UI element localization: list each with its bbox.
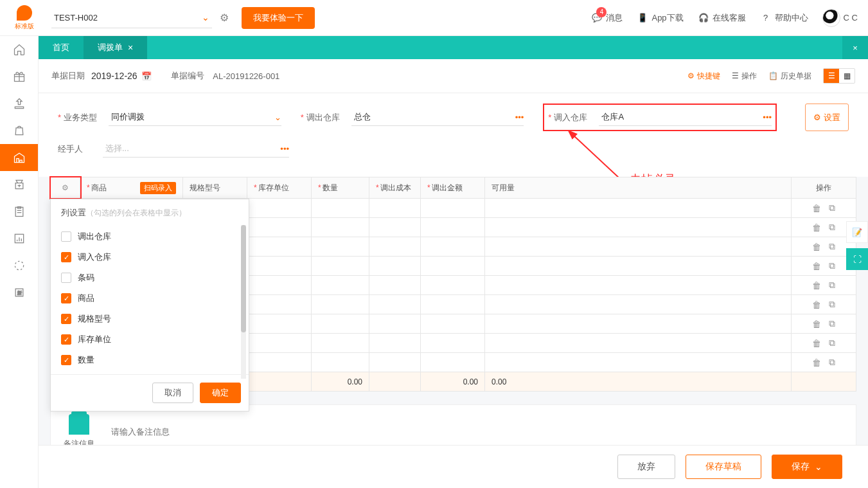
doc-number: AL-20191226-001 <box>213 71 279 81</box>
tab-transfer[interactable]: 调拨单 × <box>84 36 147 59</box>
popup-title: 列设置（勾选的列会在表格中显示） <box>51 199 249 226</box>
calendar-icon[interactable]: 📅 <box>141 71 152 81</box>
delete-icon[interactable]: 🗑 <box>812 300 821 310</box>
svg-point-3 <box>15 261 23 269</box>
sidebar-bag[interactable] <box>0 117 38 144</box>
copy-icon[interactable]: ⧉ <box>829 280 835 291</box>
scan-badge[interactable]: 扫码录入 <box>140 182 176 194</box>
sidebar-home[interactable] <box>0 36 38 63</box>
total-amount: 0.00 <box>421 372 485 391</box>
sidebar-sync[interactable] <box>0 252 38 279</box>
top-right-links: 💬 4 消息 📱 App下载 🎧 在线客服 ? 帮助中心 C C <box>591 9 858 27</box>
copy-icon[interactable]: ⧉ <box>829 203 835 213</box>
note-float-icon[interactable]: 📝 <box>846 221 868 243</box>
total-qty: 0.00 <box>312 372 369 391</box>
expand-float-icon[interactable]: ⛶ <box>846 248 868 270</box>
remarks-input[interactable] <box>111 414 847 449</box>
history-link[interactable]: 📋 历史单据 <box>768 71 811 82</box>
logo-label: 标准版 <box>15 22 34 31</box>
in-warehouse-field[interactable]: * 调入仓库 仓库A••• <box>543 104 777 131</box>
view-list-icon[interactable]: ☰ <box>824 69 839 83</box>
column-option[interactable]: 调出仓库 <box>61 226 238 247</box>
checkbox-icon <box>61 231 71 242</box>
column-option[interactable]: ✓库存单位 <box>61 329 238 350</box>
date-value[interactable]: 2019-12-26 <box>91 71 137 81</box>
th-qty: *数量 <box>312 177 369 198</box>
logo-icon <box>17 5 32 21</box>
sidebar-gift[interactable] <box>0 63 38 90</box>
more-icon[interactable]: ••• <box>280 144 289 154</box>
user-menu[interactable]: C C <box>822 9 858 27</box>
column-option[interactable]: ✓商品 <box>61 288 238 309</box>
th-op: 操作 <box>792 177 856 198</box>
copy-icon[interactable]: ⧉ <box>829 318 835 329</box>
delete-icon[interactable]: 🗑 <box>812 280 821 291</box>
delete-icon[interactable]: 🗑 <box>812 203 821 213</box>
column-option[interactable]: ✓调入仓库 <box>61 247 238 267</box>
copy-icon[interactable]: ⧉ <box>829 357 835 368</box>
copy-icon[interactable]: ⧉ <box>829 260 835 271</box>
delete-icon[interactable]: 🗑 <box>812 319 821 329</box>
checkbox-icon: ✓ <box>61 314 71 324</box>
table-header: ⚙ *商品扫码录入 规格型号 *库存单位 *数量 *调出成本 *调出金额 可用量… <box>50 177 856 199</box>
column-settings-gear[interactable]: ⚙ <box>51 177 80 198</box>
handler-field[interactable]: 经手人 选择...••• <box>58 140 289 158</box>
view-grid-icon[interactable]: ▦ <box>839 69 855 83</box>
checkbox-icon: ✓ <box>61 293 71 303</box>
column-option[interactable]: ✓数量 <box>61 350 238 370</box>
th-product: *商品扫码录入 <box>80 177 183 198</box>
checkbox-icon: ✓ <box>61 334 71 345</box>
more-icon[interactable]: ••• <box>515 113 524 122</box>
sidebar-clipboard[interactable] <box>0 198 38 225</box>
sidebar-warehouse[interactable] <box>0 144 38 171</box>
delete-icon[interactable]: 🗑 <box>812 222 821 233</box>
copy-icon[interactable]: ⧉ <box>829 222 835 233</box>
online-service-link[interactable]: 🎧 在线客服 <box>698 12 746 24</box>
tab-close-all[interactable]: × <box>842 36 868 59</box>
tab-home[interactable]: 首页 <box>39 36 84 59</box>
checkbox-icon <box>61 273 71 283</box>
delete-icon[interactable]: 🗑 <box>812 357 821 368</box>
biz-type-field[interactable]: * 业务类型 同价调拨⌄ <box>58 104 281 131</box>
operations-link[interactable]: ☰ 操作 <box>732 71 757 82</box>
delete-icon[interactable]: 🗑 <box>812 261 821 271</box>
app-download-link[interactable]: 📱 App下载 <box>637 12 683 24</box>
logo: 标准版 <box>10 5 39 31</box>
save-button[interactable]: 保存 ⌄ <box>772 455 842 479</box>
notes-icon <box>69 414 89 435</box>
sidebar-upload[interactable] <box>0 90 38 117</box>
column-list: 调出仓库✓调入仓库条码✓商品✓规格型号✓库存单位✓数量单位2 <box>51 226 249 374</box>
sidebar-report[interactable] <box>0 225 38 252</box>
close-icon[interactable]: × <box>128 42 133 53</box>
save-draft-button[interactable]: 保存草稿 <box>686 455 761 479</box>
copy-icon[interactable]: ⧉ <box>829 241 835 252</box>
scrollbar[interactable] <box>241 225 246 379</box>
cancel-button[interactable]: 取消 <box>152 383 193 403</box>
org-selector[interactable]: TEST-H002 ⌄ <box>51 8 212 28</box>
th-spec: 规格型号 <box>183 177 247 198</box>
sidebar-finance[interactable] <box>0 171 38 198</box>
shortcuts-link[interactable]: ⚙ 快捷键 <box>687 71 720 82</box>
messages-link[interactable]: 💬 4 消息 <box>591 12 623 24</box>
required-icon: * <box>548 113 551 122</box>
delete-icon[interactable]: 🗑 <box>812 338 821 348</box>
column-option[interactable]: 条码 <box>61 267 238 288</box>
message-badge: 4 <box>596 7 607 17</box>
discard-button[interactable]: 放弃 <box>617 455 675 479</box>
delete-icon[interactable]: 🗑 <box>812 242 821 252</box>
confirm-button[interactable]: 确定 <box>200 383 241 403</box>
settings-button[interactable]: ⚙ 设置 <box>805 104 849 131</box>
th-amount: *调出金额 <box>421 177 485 198</box>
column-option[interactable]: ✓规格型号 <box>61 309 238 329</box>
copy-icon[interactable]: ⧉ <box>829 299 835 310</box>
form-section: * 业务类型 同价调拨⌄ * 调出仓库 总仓••• * 调入仓库 仓库A••• … <box>39 93 868 177</box>
left-sidebar: 新 <box>0 36 39 488</box>
content: 单据日期 2019-12-26 📅 单据编号 AL-20191226-001 ⚙… <box>39 59 868 488</box>
help-center-link[interactable]: ? 帮助中心 <box>760 12 808 24</box>
out-warehouse-field[interactable]: * 调出仓库 总仓••• <box>301 104 524 131</box>
copy-icon[interactable]: ⧉ <box>829 338 835 348</box>
more-icon[interactable]: ••• <box>763 113 772 122</box>
sidebar-new[interactable]: 新 <box>0 279 38 306</box>
gear-icon[interactable]: ⚙ <box>220 12 229 24</box>
trial-button[interactable]: 我要体验一下 <box>242 7 315 29</box>
